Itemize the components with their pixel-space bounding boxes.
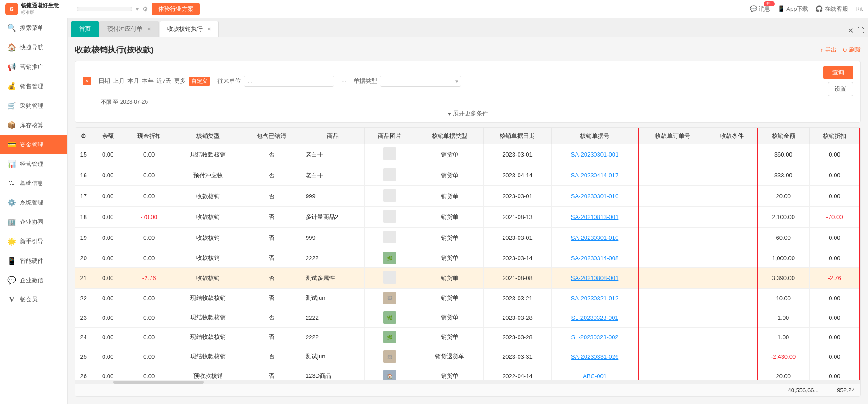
expand-conditions-btn[interactable]: ▾ 展开更多条件 bbox=[448, 109, 488, 118]
query-btn[interactable]: 查询 bbox=[823, 66, 853, 79]
sidebar-item-search[interactable]: 🔍 搜索菜单 bbox=[0, 18, 67, 38]
notification-area[interactable]: 💬 消息 99+ bbox=[750, 5, 771, 13]
filter-partner-input[interactable] bbox=[244, 76, 334, 87]
sidebar-item-system[interactable]: ⚙️ 系统管理 bbox=[0, 193, 67, 212]
tab-prepay[interactable]: 预付冲应付单 ✕ bbox=[99, 21, 159, 37]
cell-cash-discount: 0.00 bbox=[124, 228, 174, 248]
page-title: 收款核销执行(按收款) bbox=[75, 44, 154, 55]
user-area[interactable]: Rit bbox=[855, 5, 863, 12]
cell-amount: 60.00 bbox=[757, 228, 810, 248]
tab-receipt-close[interactable]: ✕ bbox=[207, 26, 211, 32]
search-box[interactable] bbox=[77, 7, 132, 11]
cell-type: 收款核销 bbox=[174, 228, 242, 248]
cell-type: 现结收款核销 bbox=[174, 308, 242, 328]
filter-expand-icon-area: « bbox=[83, 77, 91, 85]
system-icon: ⚙️ bbox=[7, 198, 16, 207]
cell-settled: 否 bbox=[242, 207, 301, 228]
filter-7-days[interactable]: 近7天 bbox=[156, 77, 171, 85]
tab-close-all-icon[interactable]: ✕ bbox=[848, 26, 854, 35]
cell-cash-discount: 0.00 bbox=[124, 328, 174, 347]
filter-settings-btn[interactable]: 设置 bbox=[828, 82, 853, 96]
filter-date-links: 上月 本月 本年 近7天 更多 自定义 bbox=[113, 77, 210, 86]
bill-no-link[interactable]: ABC-001 bbox=[583, 373, 607, 380]
logo-area: 6 畅捷通谱好生意 标准版 bbox=[5, 2, 73, 16]
purchase-icon: 🛒 bbox=[7, 101, 16, 110]
th-amount: 核销金额 bbox=[757, 128, 810, 144]
cell-id: 16 bbox=[75, 165, 92, 186]
horizontal-scrollbar[interactable] bbox=[75, 380, 860, 384]
cell-order-no bbox=[638, 165, 707, 186]
bill-no-link[interactable]: SA-20210808-001 bbox=[571, 275, 619, 281]
message-icon: 💬 bbox=[750, 5, 757, 12]
bill-no-link[interactable]: SA-20230301-010 bbox=[571, 234, 619, 241]
filter-more[interactable]: 更多 bbox=[174, 77, 186, 85]
bill-no-link[interactable]: SA-20230321-012 bbox=[571, 295, 619, 302]
bill-no-link[interactable]: SL-20230328-002 bbox=[571, 334, 618, 341]
dropdown-icon[interactable]: ▾ bbox=[136, 5, 139, 13]
sidebar-item-inventory[interactable]: 📦 库存核算 bbox=[0, 115, 67, 135]
cell-amount: 1,000.00 bbox=[757, 248, 810, 268]
online-service[interactable]: 🎧 在线客服 bbox=[816, 5, 848, 13]
cell-balance: 0.00 bbox=[92, 308, 124, 328]
gear-icon[interactable]: ⚙ bbox=[81, 133, 86, 139]
tab-home[interactable]: 首页 bbox=[71, 21, 99, 37]
settings-icon[interactable]: ⚙ bbox=[142, 5, 148, 13]
cell-discount: 0.00 bbox=[809, 186, 860, 207]
filter-collapse-btn[interactable]: « bbox=[83, 77, 91, 85]
cell-type: 现结收款核销 bbox=[174, 289, 242, 308]
refresh-btn[interactable]: ↻ 刷新 bbox=[842, 46, 861, 54]
cell-discount: 0.00 bbox=[809, 347, 860, 366]
sidebar-item-quick-nav[interactable]: 🏠 快捷导航 bbox=[0, 38, 67, 57]
bill-no-link[interactable]: SA-20230331-026 bbox=[571, 353, 619, 360]
tab-receipt[interactable]: 收款核销执行 ✕ bbox=[160, 21, 219, 37]
filter-this-year[interactable]: 本年 bbox=[142, 77, 154, 85]
table-scroll[interactable]: ⚙ 余额 现金折扣 核销类型 包含已结清 商品 商品图片 核销单据类型 核销单据… bbox=[75, 128, 860, 380]
cell-discount: 0.00 bbox=[809, 289, 860, 308]
bill-no-link[interactable]: SA-20230301-010 bbox=[571, 193, 619, 200]
tab-prepay-close[interactable]: ✕ bbox=[147, 26, 151, 32]
service-icon: 🎧 bbox=[816, 5, 823, 12]
sidebar-item-guide[interactable]: 🌟 新手引导 bbox=[0, 232, 67, 251]
th-bill-date: 核销单据日期 bbox=[483, 128, 551, 144]
bill-no-link[interactable]: SA-20230314-008 bbox=[571, 255, 619, 261]
filter-last-month[interactable]: 上月 bbox=[113, 77, 125, 85]
bill-no-link[interactable]: SL-20230328-001 bbox=[571, 314, 618, 321]
sidebar-item-purchase[interactable]: 🛒 采购管理 bbox=[0, 96, 67, 115]
cell-goods: 999 bbox=[301, 228, 365, 248]
cell-goods: 2222 bbox=[301, 248, 365, 268]
sidebar-item-hardware[interactable]: 📱 智能硬件 bbox=[0, 251, 67, 271]
product-image bbox=[383, 210, 396, 223]
industry-btn[interactable]: 体验行业方案 bbox=[152, 3, 200, 15]
scrollbar-thumb[interactable] bbox=[113, 381, 204, 384]
bill-no-link[interactable]: SA-20210813-001 bbox=[571, 214, 619, 220]
sidebar-item-member[interactable]: V 畅会员 bbox=[0, 290, 67, 309]
table-row: 26 0.00 0.00 预收款核销 否 123D商品 🏠 销货单 2022-0… bbox=[75, 366, 860, 380]
cell-bill-no: SA-20210808-001 bbox=[551, 268, 638, 289]
cell-goods-img bbox=[365, 165, 415, 186]
bill-no-link[interactable]: SA-20230301-001 bbox=[571, 151, 619, 158]
cell-order-no bbox=[638, 144, 707, 165]
sidebar-item-marketing[interactable]: 📢 营销推广 bbox=[0, 57, 67, 76]
filter-row-main: « 日期 上月 本月 本年 近7天 更多 自定义 bbox=[83, 66, 853, 96]
sidebar-item-operations[interactable]: 📊 经营管理 bbox=[0, 154, 67, 174]
filter-bill-type-select[interactable] bbox=[380, 76, 461, 87]
th-discount: 核销折扣 bbox=[809, 128, 860, 144]
tab-fullscreen-icon[interactable]: ⛶ bbox=[857, 27, 864, 35]
sidebar-item-wechat[interactable]: 💬 企业微信 bbox=[0, 271, 67, 290]
sidebar-item-base-info[interactable]: 🗂 基础信息 bbox=[0, 174, 67, 193]
cell-type: 预收款核销 bbox=[174, 366, 242, 380]
filter-this-month[interactable]: 本月 bbox=[127, 77, 139, 85]
cell-type: 收款核销 bbox=[174, 207, 242, 228]
sidebar-item-enterprise[interactable]: 🏢 企业协同 bbox=[0, 212, 67, 232]
cell-id: 23 bbox=[75, 308, 92, 328]
sidebar-item-sales[interactable]: 💰 销售管理 bbox=[0, 76, 67, 96]
cell-order-no bbox=[638, 366, 707, 380]
filter-custom[interactable]: 自定义 bbox=[189, 77, 210, 86]
bill-no-link[interactable]: SA-20230414-017 bbox=[571, 172, 619, 179]
cell-amount: 2,100.00 bbox=[757, 207, 810, 228]
sidebar-item-finance[interactable]: 💳 资金管理 bbox=[0, 135, 67, 154]
th-settled: 包含已结清 bbox=[242, 128, 301, 144]
app-download[interactable]: 📱 App下载 bbox=[778, 5, 808, 13]
export-btn[interactable]: ↑ 导出 bbox=[821, 46, 837, 54]
refresh-icon: ↻ bbox=[842, 47, 847, 53]
